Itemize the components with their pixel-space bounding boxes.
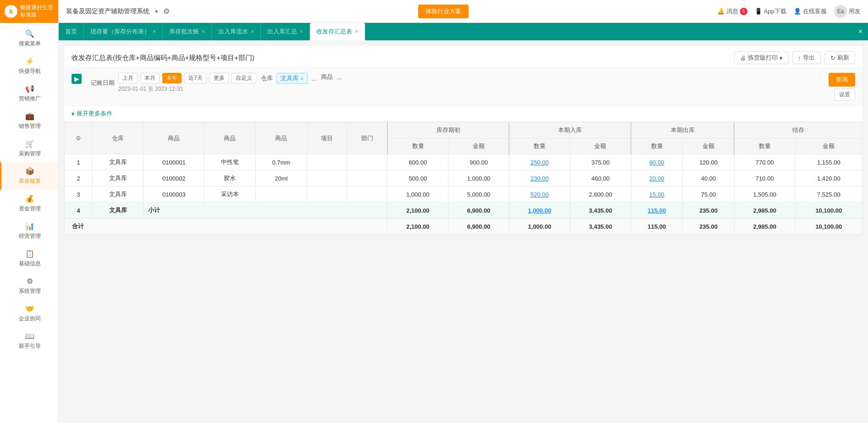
open-amt-header: 金额: [448, 138, 509, 154]
refresh-button[interactable]: ↻ 刷新: [824, 51, 855, 64]
expand-icon: ▾: [72, 110, 75, 117]
table-settings-icon[interactable]: ⚙: [76, 135, 81, 142]
row-in-qty[interactable]: 520.00: [509, 187, 570, 203]
tab-summary[interactable]: 出入库汇总 ×: [261, 23, 310, 40]
page-content: 收发存汇总表(按仓库+商品编码+商品+规格型号+项目+部门) 🖨 拣货版打印 ▾…: [59, 40, 868, 423]
tab-close-summary[interactable]: ×: [300, 28, 303, 35]
row-spec: [255, 187, 307, 203]
row-in-amt: 2,600.00: [570, 187, 631, 203]
warehouse-tag: 文具库 ×: [276, 73, 308, 84]
sidebar-item-icon-9: ⚙: [27, 277, 33, 286]
print-button[interactable]: 🖨 拣货版打印 ▾: [734, 51, 789, 64]
row-dept: [347, 187, 387, 203]
notification-label: 消息: [726, 7, 738, 16]
tab-flow[interactable]: 出入库流水 ×: [212, 23, 261, 40]
sidebar-item-7[interactable]: 📊经营管理: [0, 217, 58, 245]
sidebar-item-1[interactable]: ⚡快捷导航: [0, 52, 58, 80]
product-more-button[interactable]: ...: [337, 74, 342, 81]
name-col-header: 商品: [205, 122, 255, 154]
user-item[interactable]: Ea 用友: [834, 5, 861, 18]
tab-collect-summary[interactable]: 收发存汇总表 ×: [310, 23, 365, 40]
trial-button[interactable]: 体验行业方案: [418, 5, 469, 18]
sidebar-item-icon-11: 📖: [25, 332, 34, 341]
row-open-qty: 500.00: [387, 170, 448, 187]
online-service-item[interactable]: 👤 在线客服: [794, 7, 827, 16]
page-title: 收发存汇总表(按仓库+商品编码+商品+规格型号+项目+部门): [72, 54, 254, 62]
filter-settings-button[interactable]: 设置: [834, 88, 855, 101]
sidebar-item-11[interactable]: 📖新手引导: [0, 327, 58, 355]
app-header: 装备及固定资产辅助管理系统 ▾ ⚙ 体验行业方案 🔔 消息 6 📱 App下载 …: [59, 0, 868, 23]
row-out-amt: 40.00: [683, 170, 735, 187]
sidebar-menu: 🔍搜索菜单⚡快捷导航📢营销推广💼销售管理🛒采购管理📦库存核算💰资金管理📊经营管理…: [0, 23, 58, 423]
query-button[interactable]: 查询: [829, 73, 855, 87]
close-amt-header: 金额: [795, 138, 862, 154]
sidebar-item-5[interactable]: 📦库存核算: [0, 162, 58, 190]
data-table: ⚙ 仓库 商品 商品 商品 项目 部门 库存期初 本期入库 本期出库: [64, 122, 862, 235]
row-in-qty[interactable]: 250.00: [509, 154, 570, 170]
sidebar-item-8[interactable]: 📋基础信息: [0, 245, 58, 272]
date-btn-more[interactable]: 更多: [210, 73, 229, 83]
sidebar-item-6[interactable]: 💰资金管理: [0, 190, 58, 217]
row-close-amt: 7,525.00: [795, 187, 862, 203]
filter-area: ▶ 记账日期 上月 本月 本年 近7天 更多: [64, 68, 862, 106]
notification-item[interactable]: 🔔 消息 6: [717, 7, 747, 16]
project-col-header: 项目: [307, 122, 347, 154]
tab-close-batch[interactable]: ×: [202, 28, 205, 35]
in-amt-header: 金额: [570, 138, 631, 154]
settings-icon[interactable]: ⚙: [163, 7, 170, 16]
tab-close-collect[interactable]: ×: [355, 28, 358, 35]
notification-badge: 6: [740, 8, 747, 15]
date-btn-7days[interactable]: 近7天: [184, 73, 207, 83]
tab-batch[interactable]: 库存批次账 ×: [163, 23, 212, 40]
tab-inventory[interactable]: 现存量（库存分布表） ×: [84, 23, 163, 40]
row-out-qty[interactable]: 15.00: [631, 187, 683, 203]
row-out-qty[interactable]: 20.00: [631, 170, 683, 187]
sidebar-item-0[interactable]: 🔍搜索菜单: [0, 25, 58, 52]
warehouse-more-button[interactable]: ...: [311, 75, 316, 82]
date-range-text: 2023-01-01 至 2023-12-31: [118, 85, 256, 93]
row-out-amt: 75.00: [683, 187, 735, 203]
tab-home[interactable]: 首页: [59, 23, 84, 40]
row-out-qty[interactable]: 80.00: [631, 154, 683, 170]
date-btn-this-month[interactable]: 本月: [140, 73, 160, 83]
sidebar: 6 畅捷通好生意 标准版 🔍搜索菜单⚡快捷导航📢营销推广💼销售管理🛒采购管理📦库…: [0, 0, 59, 423]
date-btn-last-month[interactable]: 上月: [118, 73, 138, 83]
subtotal-row: 4 文具库 小计 2,100.00 6,900.00 1,000.00 3,43…: [65, 203, 862, 219]
close-all-tabs[interactable]: ×: [853, 27, 868, 36]
settings-column-header[interactable]: ⚙: [65, 122, 93, 154]
app-download-item[interactable]: 📱 App下载: [755, 7, 786, 16]
sidebar-item-icon-7: 📊: [25, 222, 34, 231]
row-close-amt: 1,420.00: [795, 170, 862, 187]
row-no: 1: [65, 154, 93, 170]
warehouse-tag-close[interactable]: ×: [300, 75, 304, 82]
close-qty-header: 数量: [734, 138, 795, 154]
sidebar-item-icon-10: 🤝: [25, 304, 34, 313]
row-code: 0100003: [144, 187, 205, 203]
tab-close-inventory[interactable]: ×: [153, 28, 156, 35]
subtotal-close-amt: 10,100.00: [795, 203, 862, 219]
row-code: 0100001: [144, 154, 205, 170]
sidebar-item-2[interactable]: 📢营销推广: [0, 80, 58, 107]
sidebar-item-10[interactable]: 🤝企业协同: [0, 300, 58, 327]
product-filter-group: 商品 ...: [321, 73, 342, 81]
page-header: 收发存汇总表(按仓库+商品编码+商品+规格型号+项目+部门) 🖨 拣货版打印 ▾…: [64, 46, 862, 68]
closing-group-header: 结存: [734, 122, 862, 138]
expand-conditions-button[interactable]: ▾ 展开更多条件: [72, 110, 112, 118]
warehouse-filter-label: 仓库: [261, 74, 273, 82]
date-btn-custom[interactable]: 自定义: [232, 73, 256, 83]
tab-close-flow[interactable]: ×: [251, 28, 254, 35]
sidebar-item-4[interactable]: 🛒采购管理: [0, 135, 58, 162]
export-button[interactable]: ↑ 导出: [792, 51, 821, 64]
warehouse-filter-group: 仓库 文具库 × ...: [261, 73, 316, 84]
filter-collapse-button[interactable]: ▶: [72, 74, 82, 84]
table-row: 1 文具库 0100001 中性笔 0.7mm 600.00 900.00 25…: [65, 154, 862, 170]
date-btn-this-year[interactable]: 本年: [162, 73, 182, 83]
open-qty-header: 数量: [387, 138, 448, 154]
sidebar-item-icon-5: 📦: [25, 167, 34, 176]
sidebar-item-3[interactable]: 💼销售管理: [0, 107, 58, 135]
sidebar-item-9[interactable]: ⚙系统管理: [0, 272, 58, 300]
system-dropdown[interactable]: ▾: [155, 8, 158, 15]
subtotal-open-qty: 2,100.00: [387, 203, 448, 219]
dept-col-header: 部门: [347, 122, 387, 154]
row-in-qty[interactable]: 230.00: [509, 170, 570, 187]
